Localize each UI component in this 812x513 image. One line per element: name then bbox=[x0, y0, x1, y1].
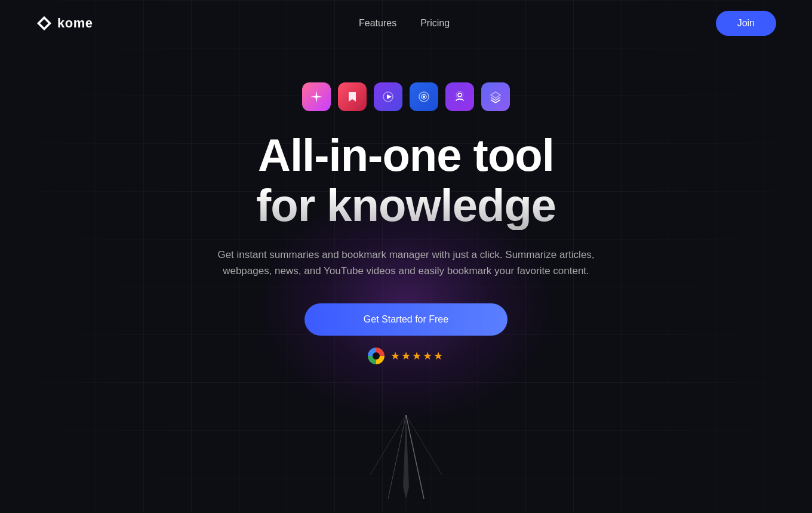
star-rating: ★★★★★ bbox=[390, 349, 444, 363]
chrome-icon bbox=[368, 348, 385, 364]
app-icon-bookmark bbox=[338, 82, 367, 111]
headline-line1: All-in-one tool bbox=[258, 130, 554, 180]
svg-line-13 bbox=[370, 415, 406, 475]
logo-diamond-icon bbox=[36, 15, 53, 32]
cta-button[interactable]: Get Started for Free bbox=[304, 303, 508, 336]
app-icons-row bbox=[302, 82, 510, 111]
svg-marker-4 bbox=[387, 94, 392, 99]
headline-line2: for knowledge bbox=[256, 180, 556, 231]
nav-features[interactable]: Features bbox=[359, 18, 396, 29]
hero-section: All-in-one tool for knowledge Get instan… bbox=[0, 47, 812, 382]
app-icon-podcast bbox=[445, 82, 474, 111]
hero-headline: All-in-one tool for knowledge bbox=[256, 130, 556, 230]
svg-point-7 bbox=[423, 96, 425, 98]
nav-links: Features Pricing bbox=[359, 18, 450, 29]
svg-point-2 bbox=[315, 96, 318, 98]
svg-point-9 bbox=[456, 91, 463, 99]
logo[interactable]: kome bbox=[36, 15, 93, 32]
hero-subtitle: Get instant summaries and bookmark manag… bbox=[203, 247, 609, 279]
app-icon-layers bbox=[481, 82, 510, 111]
chrome-rating: ★★★★★ bbox=[368, 348, 444, 364]
app-icon-sparkle bbox=[302, 82, 331, 111]
app-icon-play bbox=[374, 82, 402, 111]
nav-pricing[interactable]: Pricing bbox=[420, 18, 450, 29]
svg-line-12 bbox=[406, 415, 442, 475]
svg-point-8 bbox=[458, 93, 462, 97]
navbar: kome Features Pricing Join bbox=[0, 0, 812, 47]
join-button[interactable]: Join bbox=[716, 11, 776, 36]
logo-text: kome bbox=[57, 16, 93, 31]
bottom-illustration bbox=[346, 415, 466, 513]
app-icon-target bbox=[410, 82, 438, 111]
